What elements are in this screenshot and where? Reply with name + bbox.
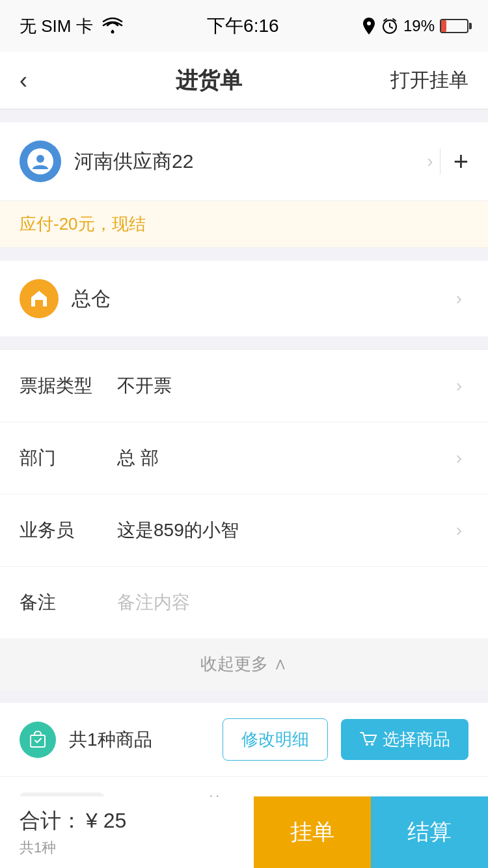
section-gap-2	[0, 248, 488, 261]
products-header: 共1种商品 修改明细 选择商品	[0, 703, 488, 777]
checkout-label: 结算	[407, 817, 452, 847]
supplier-name: 河南供应商22	[74, 148, 427, 175]
total-count: 共1种	[20, 838, 234, 858]
avatar-icon	[27, 148, 53, 174]
status-time: 下午6:16	[207, 14, 279, 38]
remark-label: 备注	[20, 590, 98, 615]
nav-bar: ‹ 进货单 打开挂单	[0, 52, 488, 109]
bottom-bar: 合计： ¥ 25 共1种 挂单 结算	[0, 796, 488, 868]
total-value: ¥ 25	[86, 809, 126, 833]
svg-point-1	[367, 21, 371, 25]
section-gap-3	[0, 336, 488, 349]
status-bar: 无 SIM 卡 下午6:16 19%	[0, 0, 488, 52]
warehouse-name: 总仓	[72, 286, 456, 312]
supplier-card: 河南供应商22 › + 应付-20元，现结	[0, 122, 488, 248]
hold-label: 挂单	[290, 817, 334, 847]
section-gap-4	[0, 690, 488, 703]
form-card: 票据类型 不开票 › 部门 总 部 › 业务员 这是859的小智 › 备注 备注…	[0, 349, 488, 638]
collapse-label: 收起更多 ∧	[200, 654, 287, 673]
supplier-avatar	[20, 141, 61, 182]
products-count: 共1种商品	[69, 727, 210, 752]
dept-row[interactable]: 部门 总 部 ›	[0, 422, 488, 494]
svg-point-6	[366, 743, 368, 746]
bottom-total: 合计： ¥ 25 共1种	[0, 807, 254, 858]
add-supplier-button[interactable]: +	[440, 148, 468, 174]
svg-point-0	[111, 31, 114, 34]
dept-value: 总 部	[117, 446, 456, 470]
select-product-label: 选择商品	[383, 728, 450, 751]
location-icon	[362, 17, 376, 35]
battery-percent: 19%	[403, 17, 435, 35]
invoice-chevron-icon: ›	[456, 375, 462, 396]
warehouse-row[interactable]: 总仓 ›	[0, 261, 488, 336]
remark-row[interactable]: 备注 备注内容	[0, 566, 488, 638]
sales-chevron-icon: ›	[456, 520, 462, 541]
back-button[interactable]: ‹	[20, 67, 27, 94]
sales-label: 业务员	[20, 518, 98, 543]
checkout-button[interactable]: 结算	[371, 796, 488, 868]
svg-rect-4	[35, 300, 43, 306]
total-label: 合计：	[20, 807, 82, 835]
cart-icon	[359, 731, 377, 748]
battery-icon	[440, 19, 468, 33]
page-title: 进货单	[176, 66, 242, 96]
notice-bar: 应付-20元，现结	[0, 201, 488, 248]
wifi-icon	[101, 18, 124, 34]
svg-point-3	[36, 155, 44, 163]
alarm-icon	[381, 18, 398, 34]
status-left: 无 SIM 卡	[20, 15, 124, 38]
invoice-label: 票据类型	[20, 373, 98, 398]
supplier-chevron-icon: ›	[427, 151, 433, 172]
products-icon	[20, 722, 56, 758]
warehouse-card: 总仓 ›	[0, 261, 488, 336]
carrier-label: 无 SIM 卡	[20, 15, 93, 38]
dept-label: 部门	[20, 446, 98, 470]
content: 河南供应商22 › + 应付-20元，现结 总仓 › 票据类型 不开	[0, 109, 488, 868]
select-product-button[interactable]: 选择商品	[341, 719, 468, 760]
edit-detail-button[interactable]: 修改明细	[223, 718, 328, 761]
total-amount: 合计： ¥ 25	[20, 807, 234, 835]
warehouse-chevron-icon: ›	[456, 288, 462, 309]
notice-text: 应付-20元，现结	[20, 214, 146, 234]
sales-row[interactable]: 业务员 这是859的小智 ›	[0, 494, 488, 566]
remark-input[interactable]: 备注内容	[117, 590, 468, 615]
supplier-row[interactable]: 河南供应商22 › +	[0, 122, 488, 201]
open-hold-button[interactable]: 打开挂单	[390, 67, 468, 94]
collapse-row[interactable]: 收起更多 ∧	[0, 638, 488, 690]
sales-value: 这是859的小智	[117, 518, 456, 543]
status-right: 19%	[362, 17, 468, 35]
section-gap-1	[0, 109, 488, 122]
invoice-value: 不开票	[117, 373, 456, 398]
invoice-row[interactable]: 票据类型 不开票 ›	[0, 349, 488, 422]
svg-point-7	[371, 743, 373, 746]
warehouse-icon	[20, 279, 59, 318]
dept-chevron-icon: ›	[456, 448, 462, 468]
hold-button[interactable]: 挂单	[254, 796, 371, 868]
